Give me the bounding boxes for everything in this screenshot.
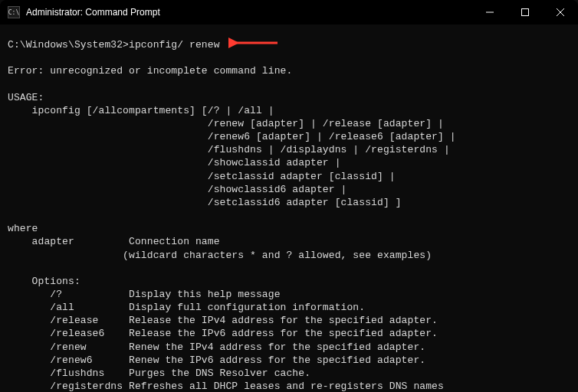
usage-opt: /setclassid adapter [classid] | bbox=[8, 171, 396, 182]
usage-opt: /renew [adapter] | /release [adapter] | bbox=[8, 118, 444, 129]
adapter-line: adapter Connection name bbox=[8, 236, 220, 247]
usage-syntax: ipconfig [/allcompartments] [/? | /all | bbox=[8, 105, 274, 116]
option-row: /renew Renew the IPv4 address for the sp… bbox=[8, 341, 425, 353]
usage-opt: /flushdns | /displaydns | /registerdns | bbox=[8, 144, 450, 155]
usage-opt: /showclassid adapter | bbox=[8, 157, 341, 168]
option-row: /renew6 Renew the IPv6 address for the s… bbox=[8, 354, 425, 366]
usage-label: USAGE: bbox=[8, 92, 44, 103]
usage-opt: /setclassid6 adapter [classid] ] bbox=[8, 197, 402, 208]
svg-rect-1 bbox=[522, 9, 529, 16]
adapter-note: (wildcard characters * and ? allowed, se… bbox=[8, 250, 432, 261]
option-row: /flushdns Purges the DNS Resolver cache. bbox=[8, 368, 310, 379]
terminal-output[interactable]: C:\Windows\System32>ipconfig/ renew Erro… bbox=[0, 24, 578, 392]
close-icon bbox=[557, 8, 564, 16]
option-row: /all Display full configuration informat… bbox=[8, 302, 365, 313]
usage-opt: /renew6 [adapter] | /release6 [adapter] … bbox=[8, 131, 456, 142]
prompt-path: C:\Windows\System32> bbox=[8, 39, 129, 51]
where-label: where bbox=[8, 223, 38, 234]
window-title: Administrator: Command Prompt bbox=[26, 7, 472, 18]
option-row: /release6 Release the IPv6 address for t… bbox=[8, 328, 438, 339]
option-row: /registerdns Refreshes all DHCP leases a… bbox=[8, 381, 444, 392]
close-button[interactable] bbox=[543, 0, 578, 24]
cmd-icon: C:\ bbox=[8, 6, 20, 18]
usage-opt: /showclassid6 adapter | bbox=[8, 184, 346, 195]
option-row: /release Release the IPv4 address for th… bbox=[8, 315, 438, 326]
titlebar[interactable]: C:\ Administrator: Command Prompt bbox=[0, 0, 578, 24]
option-row: /? Display this help message bbox=[8, 289, 281, 300]
minimize-button[interactable] bbox=[472, 0, 507, 24]
minimize-icon bbox=[486, 8, 494, 16]
maximize-icon bbox=[521, 8, 529, 16]
maximize-button[interactable] bbox=[507, 0, 543, 24]
error-line: Error: unrecognized or incomplete comman… bbox=[8, 65, 292, 77]
options-label: Options: bbox=[8, 276, 80, 287]
typed-command: ipconfig/ renew bbox=[129, 39, 220, 51]
